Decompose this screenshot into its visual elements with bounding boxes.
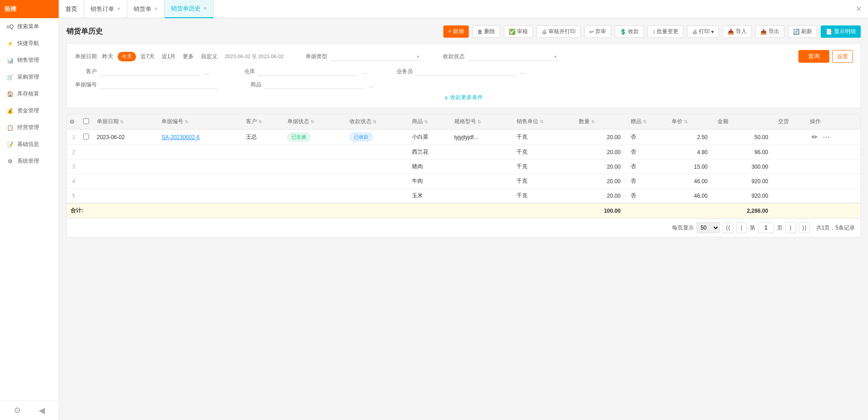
last-page-button[interactable]: ⟩⟩ <box>799 222 810 233</box>
row5-customer <box>243 189 285 204</box>
col-unit-header[interactable]: 销售单位 <box>514 114 576 130</box>
row2-qty: 20.00 <box>576 145 628 160</box>
settings-gear-icon[interactable]: ⚙ <box>70 119 75 125</box>
finance-icon: 💰 <box>6 107 14 115</box>
goods-ellipsis[interactable]: ... <box>367 81 376 89</box>
sidebar-item-sales[interactable]: 📊 销售管理 <box>0 52 59 69</box>
warehouse-ellipsis[interactable]: ... <box>361 68 370 75</box>
summary-amount: 2,286.00 <box>715 203 775 218</box>
tab-sales-history-close[interactable]: ✕ <box>203 6 207 11</box>
tab-sales-history-label: 销货单历史 <box>171 5 201 13</box>
sidebar-item-operations[interactable]: 📋 经营管理 <box>0 119 59 136</box>
tab-sales-order[interactable]: 销售订单 ✕ <box>84 0 127 18</box>
row3-doc-date <box>94 160 159 174</box>
prev-page-button[interactable]: ⟨ <box>736 222 747 233</box>
row3-checkbox <box>80 160 94 174</box>
col-gift-header[interactable]: 赠品 <box>628 114 669 130</box>
sidebar-collapse-icon[interactable]: ◀ <box>39 405 45 415</box>
salesperson-input[interactable] <box>416 67 516 76</box>
row1-unit-price: 2.50 <box>669 130 715 145</box>
row5-qty: 20.00 <box>576 189 628 204</box>
import-button[interactable]: 📥 导入 <box>722 25 752 38</box>
row1-select[interactable] <box>83 134 89 140</box>
row1-doc-no-link[interactable]: SA-20230602-6 <box>161 134 200 140</box>
print-button[interactable]: 🖨 打印 ▾ <box>687 25 719 38</box>
col-collect-status-header[interactable]: 收款状态 <box>347 114 409 130</box>
collect-button[interactable]: 💲 收款 <box>615 25 644 38</box>
warehouse-input[interactable] <box>258 67 358 76</box>
row1-more-icon[interactable]: ⋯ <box>821 132 832 142</box>
settings-button[interactable]: 设置 <box>832 50 853 63</box>
collapse-button[interactable]: ∧ 收起更多条件 <box>74 94 853 101</box>
row1-transaction <box>775 130 807 145</box>
row1-edit-icon[interactable]: ✏ <box>810 132 819 142</box>
col-doc-no-header[interactable]: 单据编号 <box>159 114 243 130</box>
customer-ellipsis[interactable]: ... <box>202 68 211 75</box>
tab-sales-delivery-close[interactable]: ✕ <box>154 6 158 11</box>
customer-input[interactable] <box>100 67 200 76</box>
col-doc-date-header[interactable]: 单据日期 <box>94 114 159 130</box>
row2-unit: 千克 <box>514 145 576 160</box>
col-goods-header[interactable]: 商品 <box>409 114 452 130</box>
doc-type-label: 单据类型 <box>305 53 327 60</box>
docno-input[interactable] <box>100 80 218 89</box>
data-table-wrap: ⚙ 单据日期 单据编号 客户 单据状态 收款状态 商品 规格型号 销售单位 <box>66 114 861 237</box>
doc-type-select[interactable] <box>330 52 421 61</box>
tab-sales-order-close[interactable]: ✕ <box>117 6 120 11</box>
sidebar-item-label: 搜索菜单 <box>17 23 39 30</box>
date-more[interactable]: 更多 <box>180 52 196 61</box>
search-menu-icon: ≡Q <box>6 23 14 30</box>
abandon-button[interactable]: ↩ 弃审 <box>584 25 611 38</box>
current-page-input[interactable] <box>758 222 774 233</box>
row1-goods: 小白菜 <box>409 130 452 145</box>
delete-button[interactable]: 🗑 删除 <box>472 25 500 38</box>
next-page-button[interactable]: ⟩ <box>785 222 796 233</box>
new-button[interactable]: + 新增 <box>443 25 469 38</box>
tab-sales-delivery[interactable]: 销货单 ✕ <box>127 0 165 18</box>
col-doc-status-header[interactable]: 单据状态 <box>285 114 347 130</box>
query-button[interactable]: 查询 <box>798 50 829 63</box>
date-label: 单据日期 <box>74 53 97 60</box>
date-today[interactable]: 今天 <box>118 52 136 61</box>
purchase-icon: 🛒 <box>6 74 14 81</box>
sidebar-item-quicknav[interactable]: ⚡ 快捷导航 <box>0 35 59 52</box>
sidebar-settings-icon[interactable]: ⚙ <box>14 405 21 415</box>
goods-input[interactable] <box>264 80 364 89</box>
col-customer-header[interactable]: 客户 <box>243 114 285 130</box>
date-7days[interactable]: 近7天 <box>138 52 157 61</box>
per-page-select[interactable]: 50 100 200 <box>697 222 720 233</box>
first-page-button[interactable]: ⟨⟨ <box>722 222 733 233</box>
show-detail-button[interactable]: 📑 显示明细 <box>821 25 861 38</box>
sidebar-item-label: 资金管理 <box>17 107 39 115</box>
tab-sales-history[interactable]: 销货单历史 ✕ <box>165 0 214 18</box>
row2-doc-date <box>94 145 159 160</box>
sidebar-item-finance[interactable]: 💰 资金管理 <box>0 102 59 119</box>
audit-print-icon: 🖨 <box>542 29 547 35</box>
sidebar-item-inventory[interactable]: 🏠 库存核算 <box>0 85 59 102</box>
sidebar-item-purchase[interactable]: 🛒 采购管理 <box>0 69 59 85</box>
date-yesterday[interactable]: 昨天 <box>100 52 116 61</box>
sidebar-item-system[interactable]: ⚙ 系统管理 <box>0 153 59 170</box>
sidebar-item-baseinfo[interactable]: 📝 基础信息 <box>0 136 59 153</box>
sidebar-bottom: ⚙ ◀ <box>0 400 59 420</box>
col-qty-header[interactable]: 数量 <box>576 114 628 130</box>
row3-collect-status <box>347 160 409 174</box>
col-spec-header[interactable]: 规格型号 <box>452 114 514 130</box>
audit-button[interactable]: ✅ 审核 <box>504 25 533 38</box>
collect-status-select[interactable] <box>467 52 558 61</box>
tab-bar-close[interactable]: ✕ <box>849 5 868 13</box>
col-unit-price-header[interactable]: 单价 <box>669 114 715 130</box>
export-button[interactable]: 📤 导出 <box>755 25 784 38</box>
audit-print-button[interactable]: 🖨 审核并打印 <box>537 25 581 38</box>
select-all-checkbox[interactable] <box>83 118 89 124</box>
sidebar-item-label: 销售管理 <box>17 56 39 64</box>
batch-change-button[interactable]: ↕ 批量变更 <box>647 25 683 38</box>
refresh-button[interactable]: 🔄 刷新 <box>788 25 817 38</box>
tab-home[interactable]: 首页 <box>59 0 84 18</box>
summary-qty: 100.00 <box>576 203 628 218</box>
date-custom[interactable]: 自定义 <box>198 52 220 61</box>
sidebar-item-search[interactable]: ≡Q 搜索菜单 <box>0 18 59 35</box>
date-1month[interactable]: 近1月 <box>159 52 179 61</box>
salesperson-ellipsis[interactable]: ... <box>518 68 527 75</box>
row1-doc-status: 已生效 <box>285 130 347 145</box>
